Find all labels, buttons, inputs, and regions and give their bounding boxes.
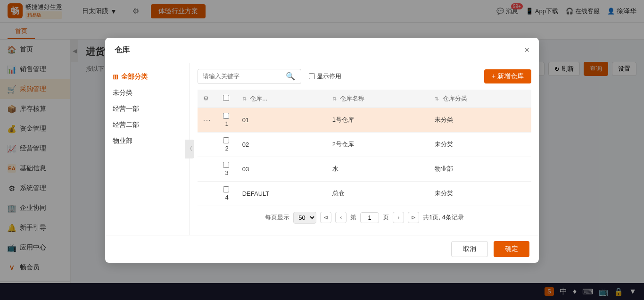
sort-icon-name: ⇅ bbox=[332, 96, 337, 101]
total-label: 共1页, 4条记录 bbox=[423, 213, 464, 222]
row-actions[interactable]: ··· bbox=[203, 116, 212, 124]
last-page-button[interactable]: ⊳ bbox=[408, 212, 419, 223]
page-input[interactable] bbox=[360, 212, 379, 223]
table-toolbar: 🔍 显示停用 + 新增仓库 bbox=[198, 69, 531, 84]
category-all-label: 全部分类 bbox=[121, 73, 148, 81]
row-gear: ··· bbox=[198, 108, 217, 132]
confirm-button[interactable]: 确定 bbox=[494, 241, 529, 257]
category-item-dept2[interactable]: 经营二部 bbox=[105, 117, 190, 133]
row-name: 2号仓库 bbox=[327, 132, 429, 157]
row-category: 未分类 bbox=[429, 108, 531, 132]
collapse-category-button[interactable]: 《 bbox=[185, 140, 194, 158]
row-checkbox[interactable] bbox=[223, 137, 229, 143]
row-gear bbox=[198, 132, 217, 157]
category-item-unclassified[interactable]: 未分类 bbox=[105, 85, 190, 101]
row-num: 4 bbox=[217, 181, 237, 206]
col-category: ⇅ 仓库分类 bbox=[429, 90, 531, 108]
search-input[interactable] bbox=[198, 70, 283, 83]
per-page-label: 每页显示 bbox=[265, 213, 289, 222]
new-warehouse-button[interactable]: + 新增仓库 bbox=[484, 69, 531, 83]
cancel-button[interactable]: 取消 bbox=[451, 241, 488, 257]
prev-page-button[interactable]: ‹ bbox=[335, 212, 347, 223]
select-all-checkbox[interactable] bbox=[223, 95, 229, 101]
warehouse-modal: 仓库 × ⊞ 全部分类 未分类 经营一部 经营二部 bbox=[105, 38, 539, 263]
table-row[interactable]: 4 DEFAULT 总仓 未分类 bbox=[198, 181, 531, 206]
row-num: 1 bbox=[217, 108, 237, 132]
table-panel: 🔍 显示停用 + 新增仓库 bbox=[190, 63, 539, 235]
table-container: ⚙ ⇅ 仓库... ⇅ bbox=[198, 90, 531, 206]
col-name: ⇅ 仓库名称 bbox=[327, 90, 429, 108]
row-category: 未分类 bbox=[429, 132, 531, 157]
row-num: 3 bbox=[217, 157, 237, 181]
page-prefix: 第 bbox=[350, 213, 356, 222]
row-code: 02 bbox=[237, 132, 327, 157]
modal-overlay[interactable]: 仓库 × ⊞ 全部分类 未分类 经营一部 经营二部 bbox=[0, 0, 644, 300]
search-box: 🔍 bbox=[198, 69, 301, 84]
row-checkbox[interactable] bbox=[223, 186, 229, 192]
row-category: 物业部 bbox=[429, 157, 531, 181]
category-item-property[interactable]: 物业部 bbox=[105, 133, 190, 149]
category-item-dept1[interactable]: 经营一部 bbox=[105, 101, 190, 117]
row-category: 未分类 bbox=[429, 181, 531, 206]
warehouse-table: ⚙ ⇅ 仓库... ⇅ bbox=[198, 90, 531, 206]
page-suffix: 页 bbox=[383, 213, 389, 222]
show-disabled-label: 显示停用 bbox=[317, 72, 341, 81]
row-name: 水 bbox=[327, 157, 429, 181]
row-name: 总仓 bbox=[327, 181, 429, 206]
category-all[interactable]: ⊞ 全部分类 bbox=[105, 69, 190, 85]
row-code: 01 bbox=[237, 108, 327, 132]
first-page-button[interactable]: ⊲ bbox=[320, 212, 331, 223]
grid-icon: ⊞ bbox=[113, 73, 118, 81]
row-checkbox[interactable] bbox=[223, 113, 229, 119]
row-code: 03 bbox=[237, 157, 327, 181]
row-code: DEFAULT bbox=[237, 181, 327, 206]
row-gear bbox=[198, 157, 217, 181]
gear-icon: ⚙ bbox=[203, 95, 209, 102]
modal-close-button[interactable]: × bbox=[524, 45, 529, 55]
col-checkbox bbox=[217, 90, 237, 108]
show-disabled-checkbox[interactable] bbox=[309, 73, 315, 79]
sort-icon-cat: ⇅ bbox=[435, 96, 439, 101]
category-panel: ⊞ 全部分类 未分类 经营一部 经营二部 物业部 《 bbox=[105, 63, 190, 235]
table-header-row: ⚙ ⇅ 仓库... ⇅ bbox=[198, 90, 531, 108]
table-row[interactable]: 2 02 2号仓库 未分类 bbox=[198, 132, 531, 157]
row-checkbox[interactable] bbox=[223, 162, 229, 168]
table-row[interactable]: ··· 1 01 1号仓库 未分类 bbox=[198, 108, 531, 132]
per-page-select[interactable]: 50 bbox=[293, 212, 316, 224]
row-gear bbox=[198, 181, 217, 206]
col-code: ⇅ 仓库... bbox=[237, 90, 327, 108]
col-gear: ⚙ bbox=[198, 90, 217, 108]
modal-body: ⊞ 全部分类 未分类 经营一部 经营二部 物业部 《 bbox=[105, 63, 539, 235]
next-page-button[interactable]: › bbox=[393, 212, 404, 223]
search-icon[interactable]: 🔍 bbox=[283, 69, 298, 83]
table-row[interactable]: 3 03 水 物业部 bbox=[198, 157, 531, 181]
sort-icon: ⇅ bbox=[242, 96, 247, 101]
pagination: 每页显示 50 ⊲ ‹ 第 页 › ⊳ 共1页, 4条记录 bbox=[198, 206, 531, 229]
row-name: 1号仓库 bbox=[327, 108, 429, 132]
modal-footer: 取消 确定 bbox=[105, 235, 539, 263]
show-disabled-area: 显示停用 bbox=[309, 72, 341, 81]
modal-title: 仓库 bbox=[115, 45, 130, 55]
row-num: 2 bbox=[217, 132, 237, 157]
modal-header: 仓库 × bbox=[105, 38, 539, 63]
